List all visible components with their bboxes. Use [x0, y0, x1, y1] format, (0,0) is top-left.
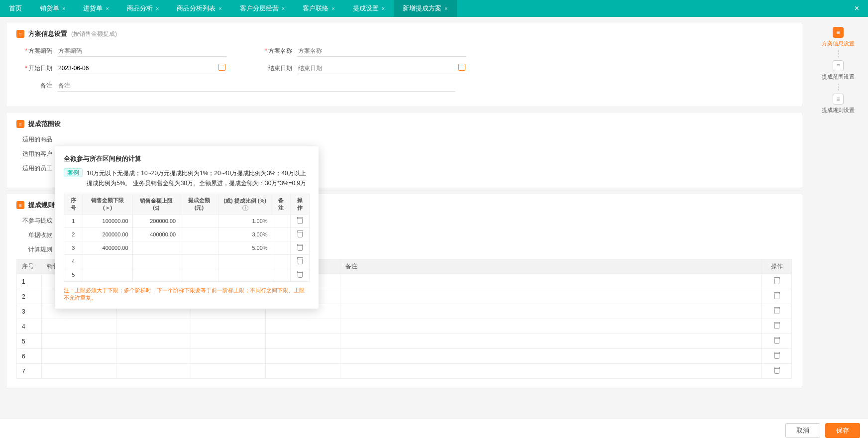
cell-remark[interactable]	[340, 364, 762, 379]
tab-item[interactable]: 进货单×	[74, 0, 117, 17]
calendar-icon[interactable]	[218, 64, 225, 71]
tab-item[interactable]: 新增提成方案×	[394, 0, 456, 17]
cell-seq: 6	[17, 349, 42, 364]
remark-input[interactable]	[57, 80, 455, 92]
tab-label: 进货单	[83, 4, 103, 13]
cell-lower[interactable]	[42, 349, 116, 364]
info-icon[interactable]: i	[242, 205, 248, 211]
close-icon[interactable]: ×	[156, 5, 159, 11]
close-all-tabs[interactable]: ×	[851, 0, 863, 17]
tab-item[interactable]: 销货单×	[31, 0, 74, 17]
table-row[interactable]: 4	[17, 319, 792, 334]
tab-item[interactable]: 提成设置×	[344, 0, 394, 17]
cell-seq: 2	[17, 289, 42, 304]
tab-item[interactable]: 商品分析×	[118, 0, 168, 17]
cell-ratio[interactable]	[266, 349, 340, 364]
cell-lower[interactable]	[42, 319, 116, 334]
panel-icon: ≡	[16, 120, 24, 128]
remark-label: 备注	[40, 82, 52, 89]
trash-icon[interactable]	[297, 230, 303, 237]
cell-remark[interactable]	[340, 274, 762, 289]
tab-item[interactable]: 首页	[0, 0, 31, 17]
pcell-upper	[132, 241, 180, 254]
table-row[interactable]: 7	[17, 364, 792, 379]
end-date-input[interactable]	[297, 63, 466, 74]
cell-remark[interactable]	[340, 349, 762, 364]
start-date-input[interactable]	[57, 63, 226, 74]
trash-icon[interactable]	[297, 257, 303, 264]
close-icon[interactable]: ×	[382, 5, 385, 11]
side-step[interactable]: ≡提成范围设置	[822, 60, 855, 81]
pcell-lower: 100000.00	[83, 214, 132, 227]
cell-ratio[interactable]	[266, 334, 340, 349]
panel-icon: ≡	[16, 201, 24, 209]
table-row[interactable]: 6	[17, 349, 792, 364]
cell-upper[interactable]	[116, 319, 191, 334]
cell-ratio[interactable]	[266, 364, 340, 379]
tab-item[interactable]: 客户分层经营×	[231, 0, 294, 17]
code-input[interactable]	[57, 45, 226, 57]
trash-icon[interactable]	[774, 367, 780, 374]
cell-upper[interactable]	[116, 334, 191, 349]
pth-amount: 提成金额 (元)	[180, 194, 218, 214]
side-step[interactable]: ≡方案信息设置	[822, 27, 855, 47]
tab-label: 新增提成方案	[403, 4, 441, 13]
trash-icon[interactable]	[774, 277, 780, 284]
tab-item[interactable]: 客户联络×	[294, 0, 343, 17]
pcell-upper: 400000.00	[132, 227, 180, 241]
cell-amount[interactable]	[191, 364, 266, 379]
scope-cust-label: 适用的客户	[16, 150, 52, 158]
th-remark: 备注	[340, 259, 762, 274]
cell-remark[interactable]	[340, 289, 762, 304]
panel-scope-title: 提成范围设	[28, 119, 61, 128]
trash-icon[interactable]	[774, 322, 780, 329]
cell-amount[interactable]	[191, 334, 266, 349]
step-connector	[838, 50, 839, 57]
side-step[interactable]: ≡提成规则设置	[822, 94, 855, 114]
trash-icon[interactable]	[774, 352, 780, 359]
close-icon[interactable]: ×	[218, 5, 221, 11]
bill-collect-label: 单据收款	[16, 231, 52, 239]
close-icon[interactable]: ×	[282, 5, 285, 11]
cell-upper[interactable]	[116, 349, 191, 364]
pcell-remark	[272, 227, 291, 241]
cell-lower[interactable]	[42, 334, 116, 349]
tab-label: 商品分析	[127, 4, 153, 13]
trash-icon[interactable]	[297, 217, 303, 224]
popover-row: 5	[64, 268, 310, 281]
tab-item[interactable]: 商品分析列表×	[168, 0, 230, 17]
name-input[interactable]	[297, 45, 466, 57]
tab-label: 销货单	[40, 4, 59, 13]
cell-upper[interactable]	[116, 364, 191, 379]
pcell-seq: 5	[64, 268, 83, 281]
pcell-seq: 3	[64, 241, 83, 254]
close-icon[interactable]: ×	[444, 5, 447, 11]
cell-remark[interactable]	[340, 319, 762, 334]
trash-icon[interactable]	[774, 337, 780, 344]
table-row[interactable]: 5	[17, 334, 792, 349]
cell-seq: 4	[17, 319, 42, 334]
trash-icon[interactable]	[774, 307, 780, 314]
close-icon[interactable]: ×	[62, 5, 65, 11]
th-seq: 序号	[17, 259, 42, 274]
trash-icon[interactable]	[297, 244, 303, 251]
trash-icon[interactable]	[774, 292, 780, 299]
calendar-icon[interactable]	[458, 64, 465, 71]
cell-ratio[interactable]	[266, 319, 340, 334]
step-icon: ≡	[833, 94, 844, 105]
pcell-remark	[272, 214, 291, 227]
pcell-amount	[180, 254, 218, 268]
save-button[interactable]: 保存	[825, 423, 860, 438]
cell-remark[interactable]	[340, 334, 762, 349]
cell-lower[interactable]	[42, 364, 116, 379]
tab-bar: 首页销货单×进货单×商品分析×商品分析列表×客户分层经营×客户联络×提成设置×新…	[0, 0, 868, 17]
cell-amount[interactable]	[191, 319, 266, 334]
close-icon[interactable]: ×	[106, 5, 108, 11]
cell-amount[interactable]	[191, 349, 266, 364]
cell-remark[interactable]	[340, 304, 762, 319]
cancel-button[interactable]: 取消	[785, 423, 820, 438]
pcell-ratio: 1.00%	[218, 214, 272, 227]
trash-icon[interactable]	[297, 271, 303, 278]
pcell-amount	[180, 227, 218, 241]
close-icon[interactable]: ×	[331, 5, 334, 11]
